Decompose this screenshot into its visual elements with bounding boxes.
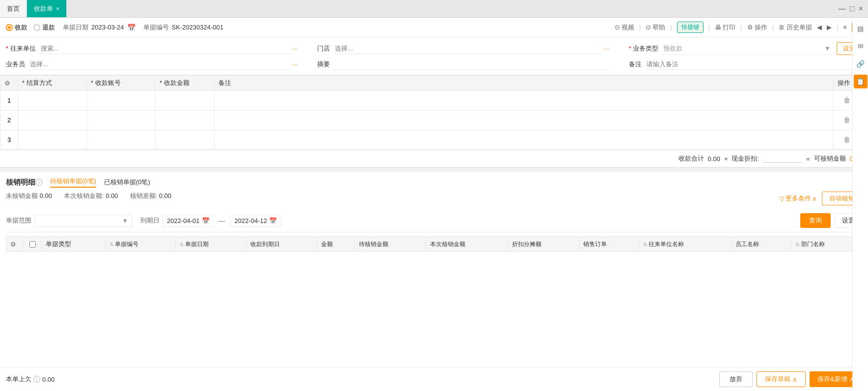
print-btn[interactable]: 🖶 打印 — [715, 23, 735, 32]
bth-checkbox[interactable] — [24, 237, 42, 252]
row1-note[interactable] — [215, 91, 834, 111]
row2-delete-icon[interactable]: 🗑 — [843, 116, 850, 124]
ben-dan-info-icon[interactable]: i — [33, 376, 40, 383]
row2-settlement[interactable] — [18, 111, 87, 130]
bottom-table-gear[interactable]: ⚙ — [10, 241, 16, 248]
counterpart-label: * 往来单位 — [6, 44, 39, 53]
summary-group: 摘要 — [317, 59, 609, 70]
row3-delete-icon[interactable]: 🗑 — [843, 136, 850, 144]
store-group: 门店 ··· — [317, 43, 609, 54]
save-draft-btn[interactable]: 保存草稿 ∧ — [757, 371, 806, 387]
summary-input[interactable] — [333, 59, 609, 70]
discount-input[interactable] — [763, 155, 802, 163]
bth-docnum: ⇅ 单据编号 — [105, 237, 175, 252]
store-input[interactable] — [333, 43, 601, 54]
filter-row: 单据范围 ▼ 到期日 2022-04-01 📅 — 2022-04-12 📅 — [6, 209, 862, 232]
win-maximize[interactable]: □ — [850, 4, 855, 13]
table-gear-icon[interactable]: ⚙ — [4, 80, 10, 87]
biztype-select[interactable]: 预收款 ▼ — [661, 43, 833, 55]
diff-stat: 核销差额: 0.00 — [130, 192, 172, 200]
main-area: 收款 退款 单据日期 2023-03-24 📅 单据编号 SK-20230324… — [0, 18, 868, 391]
win-minimize[interactable]: — — [838, 4, 846, 13]
hexiao-stats: 未核销金额 0.00 本次核销金额: 0.00 核销差额: 0.00 — [6, 192, 171, 200]
bth-discount: 折扣分摊额 — [508, 237, 579, 252]
sidebar-table-icon[interactable]: ▤ — [854, 22, 868, 35]
tab-receipt-label: 收款单 — [34, 4, 53, 13]
radio-refund[interactable]: 退款 — [33, 23, 55, 32]
diff-value: 0.00 — [159, 192, 171, 199]
sidebar-clip-icon[interactable]: 📋 — [854, 75, 868, 88]
operate-btn[interactable]: ⚙ 操作 — [747, 23, 767, 32]
toolbar-num-value[interactable]: SK-20230324-001 — [172, 24, 224, 31]
sort-icon: ⇅ — [795, 242, 799, 247]
date-from-input[interactable]: 2022-04-01 📅 — [163, 215, 214, 227]
range-arrow: ▼ — [122, 217, 128, 224]
sidebar-mail-icon[interactable]: ✉ — [854, 39, 868, 53]
win-close[interactable]: × — [859, 4, 863, 13]
note-label: 备注 — [629, 60, 645, 69]
date-sep: — — [219, 217, 225, 224]
row1-delete-icon[interactable]: 🗑 — [843, 96, 850, 105]
tab-receipt-close[interactable]: × — [56, 5, 59, 12]
range-select[interactable]: ▼ — [34, 215, 133, 227]
hexiao-done-tab[interactable]: 已核销单据(0笔) — [104, 178, 150, 187]
list-icon[interactable]: ≡ — [843, 24, 847, 31]
bottom-table: ⚙ 单据类型 ⇅ 单据编号 ⇅ 单据日期 收款到期日 金额 — [6, 236, 862, 252]
row1-account[interactable] — [87, 91, 156, 111]
help-label: 帮助 — [652, 23, 665, 32]
row2-amount[interactable] — [156, 111, 215, 130]
toolbar-date-value[interactable]: 2023-03-24 — [91, 24, 124, 31]
counterpart-more-icon[interactable]: ··· — [292, 45, 298, 53]
sort-icon: ⇅ — [109, 242, 113, 247]
history-btn[interactable]: 🗎 历史单据 — [779, 23, 812, 32]
th-settings[interactable]: ⚙ — [0, 76, 18, 91]
more-conditions-btn[interactable]: ▽ 更多条件 ∧ — [780, 194, 817, 203]
row2-account[interactable] — [87, 111, 156, 130]
row3-account[interactable] — [87, 130, 156, 150]
radio-receipt[interactable]: 收款 — [6, 23, 27, 32]
hexiao-info-icon[interactable]: i — [35, 179, 42, 186]
operate-label: 操作 — [755, 23, 767, 32]
th-account: * 收款账号 — [87, 76, 156, 91]
counterpart-input[interactable] — [39, 43, 290, 54]
next-btn[interactable]: ▶ — [827, 24, 832, 31]
row3-amount[interactable] — [156, 130, 215, 150]
toolbar-date-field: 单据日期 2023-03-24 📅 — [63, 23, 136, 32]
row2-note[interactable] — [215, 111, 834, 130]
help-btn[interactable]: ⊙ 帮助 — [646, 23, 665, 32]
select-all-checkbox[interactable] — [29, 241, 36, 248]
bth-gear[interactable]: ⚙ — [6, 237, 24, 252]
row3-settlement[interactable] — [18, 130, 87, 150]
sidebar-link-icon[interactable]: 🔗 — [854, 57, 868, 71]
table-section: ⚙ * 结算方式 * 收款账号 * 收款金额 备注 操作 1 — [0, 75, 868, 168]
calendar-icon[interactable]: 📅 — [127, 24, 136, 31]
abandon-btn[interactable]: 放弃 — [719, 371, 753, 387]
tab-home[interactable]: 首页 — [0, 0, 27, 17]
bth-amount: 金额 — [317, 237, 355, 252]
staff-input[interactable] — [28, 59, 290, 70]
query-btn[interactable]: 查询 — [800, 213, 831, 228]
print-label: 打印 — [723, 23, 735, 32]
date-to-input[interactable]: 2022-04-12 📅 — [230, 215, 282, 227]
hexiao-pending-tab[interactable]: 待核销单据(0笔) — [50, 177, 96, 188]
shortcut-btn[interactable]: 快捷键 — [677, 22, 704, 33]
th-settlement: * 结算方式 — [18, 76, 87, 91]
ben-dan-value: 0.00 — [42, 376, 54, 383]
tab-receipt[interactable]: 收款单 × — [27, 0, 67, 17]
row3-num: 3 — [0, 130, 18, 150]
staff-more-icon[interactable]: ··· — [292, 60, 298, 68]
store-more-icon[interactable]: ··· — [603, 45, 609, 53]
row1-settlement[interactable] — [18, 91, 87, 111]
note-input[interactable] — [645, 59, 862, 70]
tab-bar: 首页 收款单 × — □ × — [0, 0, 868, 18]
radio-receipt-dot — [6, 24, 13, 31]
date-filter-group: 到期日 2022-04-01 📅 — 2022-04-12 📅 — [140, 215, 281, 227]
toolbar-right: ⊙ 视频 | ⊙ 帮助 | 快捷键 | 🖶 打印 | ⚙ 操作 | 🗎 — [615, 22, 862, 33]
row1-amount[interactable] — [156, 91, 215, 111]
biztype-label: * 业务类型 — [629, 44, 662, 53]
row3-note[interactable] — [215, 130, 834, 150]
radio-refund-label: 退款 — [42, 23, 55, 32]
video-btn[interactable]: ⊙ 视频 — [615, 23, 634, 32]
prev-btn[interactable]: ◀ — [817, 24, 822, 31]
row1-num: 1 — [0, 91, 18, 111]
